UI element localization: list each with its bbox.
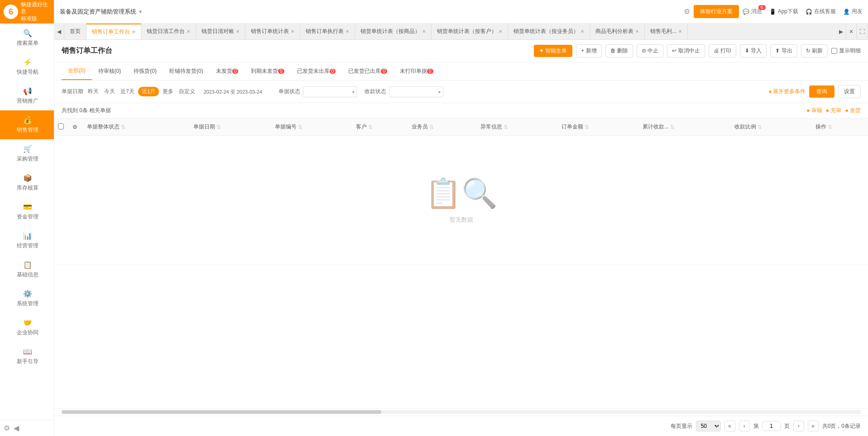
sidebar-item-1[interactable]: ⚡快捷导航 (0, 52, 54, 81)
scrollbar-thumb[interactable] (62, 410, 381, 414)
th-sort-8[interactable]: 收款比例⇅ (734, 123, 808, 131)
date-option-2[interactable]: 近7天 (119, 87, 136, 96)
import-button[interactable]: ⬇ 导入 (740, 44, 767, 57)
sidebar-item-4[interactable]: 🛒采购管理 (0, 139, 54, 168)
th-sort-0[interactable]: 单据整体状态⇅ (87, 123, 186, 131)
sidebar-item-10[interactable]: 🤝企业协同 (0, 313, 54, 342)
sidebar-item-8[interactable]: 📋基础信息 (0, 255, 54, 284)
tab-0[interactable]: 首页 (64, 24, 86, 40)
tab-close-4[interactable]: ✕ (291, 29, 294, 34)
date-option-1[interactable]: 今天 (102, 87, 117, 96)
trial-button[interactable]: 体验行业方案 (694, 5, 739, 18)
tab-6[interactable]: 销货单统计表（按商品）✕ (355, 24, 432, 40)
horizontal-scrollbar[interactable] (54, 408, 868, 416)
new-button[interactable]: + 新增 (576, 44, 601, 57)
sidebar-item-7[interactable]: 📊经营管理 (0, 226, 54, 255)
th-sort-1[interactable]: 单据日期⇅ (193, 123, 267, 131)
smart-create-button[interactable]: ✦ 智能生单 (534, 45, 572, 57)
app-download-item[interactable]: 📱 App下载 (769, 8, 798, 15)
subtab-0[interactable]: 全部(0) (62, 62, 92, 80)
dropdown-arrow-icon[interactable]: ▾ (139, 9, 142, 15)
last-page-btn[interactable]: » (808, 421, 819, 431)
refresh-button[interactable]: ↻ 刷新 (801, 44, 828, 57)
show-detail-checkbox[interactable] (831, 48, 837, 54)
date-option-4[interactable]: 更多 (161, 87, 175, 96)
tab-prev-btn[interactable]: ◀ (54, 24, 64, 40)
sidebar-item-2[interactable]: 📢营销推广 (0, 81, 54, 110)
tab-close-all-btn[interactable]: ✕ (846, 24, 857, 40)
sidebar-item-5[interactable]: 📦库存核算 (0, 168, 54, 197)
delete-button[interactable]: 🗑 删除 (605, 44, 633, 57)
settings-icon[interactable]: ⚙ (4, 424, 10, 432)
topbar-gear-icon[interactable]: ⚙ (684, 7, 690, 16)
tab-next-btn[interactable]: ▶ (836, 24, 846, 40)
subtab-2[interactable]: 待拣货(0) (127, 63, 163, 80)
payment-select[interactable] (389, 86, 443, 97)
expand-filter-btn[interactable]: ▾ 展开更多条件 (769, 88, 806, 95)
tab-close-2[interactable]: ✕ (187, 29, 190, 34)
sidebar-item-11[interactable]: 📖新手引导 (0, 342, 54, 371)
subtab-1[interactable]: 待审核(0) (92, 63, 128, 80)
tab-1[interactable]: 销售订单工作台✕ (86, 24, 141, 40)
sidebar-item-9[interactable]: ⚙️系统管理 (0, 284, 54, 313)
settings-col-icon[interactable]: ⚙ (72, 124, 77, 130)
cancel-approve-button[interactable]: ● 充审 (826, 107, 842, 114)
th-sort-4[interactable]: 业务员⇅ (412, 123, 473, 131)
per-page-select[interactable]: 2050100 (696, 421, 721, 431)
subtab-4[interactable]: 未发货0 (210, 63, 245, 80)
ship-button[interactable]: ● 发货 (845, 107, 861, 114)
tab-4[interactable]: 销售订单统计表✕ (245, 24, 300, 40)
tab-close-8[interactable]: ✕ (580, 29, 584, 34)
first-page-btn[interactable]: « (724, 421, 735, 431)
tab-7[interactable]: 销货单统计表（按客户）✕ (432, 24, 508, 40)
th-sort-7[interactable]: 累计收款...⇅ (643, 123, 727, 131)
online-service-item[interactable]: 🎧 在线客服 (806, 8, 836, 15)
prev-page-btn[interactable]: ‹ (739, 421, 750, 431)
sidebar-icon-10: 🤝 (23, 318, 32, 327)
date-option-0[interactable]: 昨天 (86, 87, 101, 96)
next-page-btn[interactable]: › (793, 421, 804, 431)
date-option-3[interactable]: 近1月 (138, 87, 159, 96)
tab-close-6[interactable]: ✕ (422, 29, 426, 34)
subtab-8[interactable]: 未打印单据0 (393, 63, 440, 80)
cancel-stop-button[interactable]: ↩ 取消中止 (667, 44, 705, 57)
subtab-3[interactable]: 旺铺待发货(0) (163, 63, 210, 80)
approve-button[interactable]: ● 审核 (806, 107, 822, 114)
print-button[interactable]: 🖨 打印 (709, 44, 736, 57)
tab-3[interactable]: 钱货日清对账✕ (196, 24, 245, 40)
th-sort-6[interactable]: 订单金额⇅ (561, 123, 635, 131)
subtab-6[interactable]: 已发货未出库0 (291, 63, 342, 80)
page-input[interactable] (762, 421, 781, 431)
subtab-7[interactable]: 已发货已出库0 (342, 63, 393, 80)
message-item[interactable]: 💬 消息 6 (743, 8, 762, 15)
tab-2[interactable]: 钱货日清工作台✕ (141, 24, 196, 40)
tab-close-1[interactable]: ✕ (132, 29, 135, 34)
tab-close-10[interactable]: ✕ (678, 29, 682, 34)
query-button[interactable]: 查询 (809, 85, 834, 98)
sidebar-item-0[interactable]: 🔍搜索菜单 (0, 24, 54, 52)
tab-10[interactable]: 销售毛利...✕ (645, 24, 688, 40)
stop-button[interactable]: ⊘ 中止 (637, 44, 663, 57)
th-sort-5[interactable]: 异常信息⇅ (480, 123, 554, 131)
tab-close-7[interactable]: ✕ (499, 29, 502, 34)
status-select[interactable] (303, 86, 357, 97)
th-sort-2[interactable]: 单据编号⇅ (275, 123, 349, 131)
subtab-5[interactable]: 到期未发货0 (245, 63, 291, 80)
tab-9[interactable]: 商品毛利分析表✕ (590, 24, 645, 40)
date-option-5[interactable]: 自定义 (177, 87, 197, 96)
tab-8[interactable]: 销货单统计表（按业务员）✕ (508, 24, 590, 40)
tab-maximize-btn[interactable]: ⛶ (857, 24, 868, 40)
select-all-checkbox[interactable] (58, 123, 64, 129)
user-item[interactable]: 👤 用友 (843, 8, 863, 15)
th-sort-9[interactable]: 操作⇅ (815, 123, 864, 131)
tab-close-9[interactable]: ✕ (635, 29, 639, 34)
tab-close-3[interactable]: ✕ (236, 29, 240, 34)
sidebar-item-6[interactable]: 💳资金管理 (0, 197, 54, 226)
export-button[interactable]: ⬆ 导出 (770, 44, 797, 57)
tab-5[interactable]: 销售订单执行表✕ (300, 24, 355, 40)
sidebar-item-3[interactable]: 💰销售管理 (0, 110, 54, 139)
th-sort-3[interactable]: 客户⇅ (356, 123, 404, 131)
collapse-icon[interactable]: ◀ (14, 424, 19, 432)
tab-close-5[interactable]: ✕ (345, 29, 349, 34)
settings-button[interactable]: 设置 (838, 85, 861, 98)
